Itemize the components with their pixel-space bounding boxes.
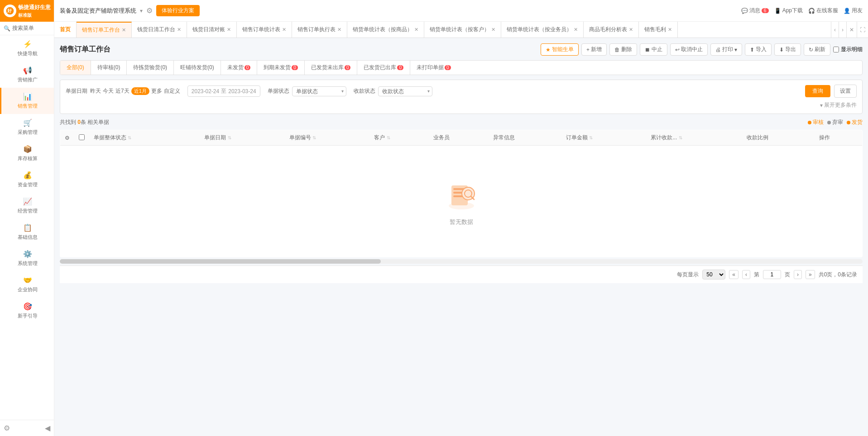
collapse-icon[interactable]: ◀: [45, 424, 50, 432]
filter-tab-all[interactable]: 全部(0): [60, 61, 91, 75]
sidebar-item-guide[interactable]: 🎯 新手引导: [0, 298, 54, 324]
tab-sales-more[interactable]: 销售毛利 ✕: [639, 22, 678, 38]
stop-btn[interactable]: ⏹ 中止: [640, 43, 667, 56]
first-page-btn[interactable]: «: [729, 270, 739, 279]
filter-tab-pending-review[interactable]: 待审核(0): [91, 61, 127, 75]
tab-summary-customer[interactable]: 销货单统计表（按客户） ✕: [424, 22, 501, 38]
sidebar-item-system[interactable]: ⚙️ 系统管理: [0, 245, 54, 271]
tab-product-margin-close[interactable]: ✕: [629, 27, 633, 33]
add-btn[interactable]: + 新增: [581, 43, 607, 56]
th-abnormal[interactable]: 异常信息: [489, 130, 561, 146]
th-cumulative[interactable]: 累计收款... ⇅: [646, 130, 742, 146]
page-input[interactable]: [763, 270, 781, 279]
sidebar-item-inventory[interactable]: 📦 库存核算: [0, 140, 54, 166]
sidebar-item-sales[interactable]: 📊 销售管理: [0, 88, 54, 114]
sidebar-item-purchase[interactable]: 🛒 采购管理: [0, 114, 54, 140]
filter-tab-shipped-out[interactable]: 已发货已出库0: [357, 61, 410, 75]
filter-tab-overdue[interactable]: 到期未发货0: [257, 61, 305, 75]
prev-page-btn[interactable]: ‹: [742, 270, 750, 279]
print-btn[interactable]: 🖨 打印 ▾: [710, 43, 742, 56]
th-doc-date[interactable]: 单据日期 ⇅: [200, 130, 284, 146]
show-detail-checkbox[interactable]: [833, 47, 839, 52]
dropdown-icon[interactable]: ▾: [140, 8, 143, 14]
tabs-close-all[interactable]: ✕: [846, 22, 857, 38]
settings-icon[interactable]: ⚙: [4, 424, 10, 432]
th-operation[interactable]: 操作: [815, 130, 862, 146]
tab-sales-stat-close[interactable]: ✕: [282, 27, 286, 33]
th-staff[interactable]: 业务员: [429, 130, 489, 146]
smart-order-btn[interactable]: ★ 智能生单: [541, 43, 579, 56]
tab-sales-exec-close[interactable]: ✕: [337, 27, 341, 33]
filter-tab-shipped-not-out[interactable]: 已发货未出库0: [305, 61, 358, 75]
cancel-stop-btn[interactable]: ↩ 取消中止: [670, 43, 708, 56]
tab-summary-staff[interactable]: 销货单统计表（按业务员） ✕: [501, 22, 584, 38]
export-btn[interactable]: ⬇ 导出: [774, 43, 801, 56]
set-btn[interactable]: 设置: [834, 85, 857, 98]
tab-cash-reconcile[interactable]: 钱货日清对账 ✕: [187, 22, 237, 38]
sidebar-item-quick-nav[interactable]: ⚡ 快捷导航: [0, 35, 54, 62]
date-7days[interactable]: 近7天: [115, 87, 129, 95]
ship-btn[interactable]: 发货: [847, 118, 863, 126]
th-settings[interactable]: ⚙: [60, 130, 75, 146]
th-doc-number[interactable]: 单据编号 ⇅: [285, 130, 369, 146]
sidebar-item-marketing[interactable]: 📢 营销推广: [0, 62, 54, 88]
delete-btn[interactable]: 🗑 删除: [609, 43, 637, 56]
sidebar-item-finance[interactable]: 💰 资金管理: [0, 166, 54, 193]
tab-sales-workbench[interactable]: 销售订单工作台 ✕: [77, 22, 132, 38]
last-page-btn[interactable]: »: [806, 270, 815, 279]
filter-tab-not-shipped[interactable]: 未发货0: [221, 61, 258, 75]
tab-cash-reconcile-close[interactable]: ✕: [227, 27, 231, 33]
tab-cash-daily-close[interactable]: ✕: [177, 27, 181, 33]
tab-summary-customer-close[interactable]: ✕: [491, 27, 495, 33]
date-more[interactable]: 更多: [151, 87, 162, 95]
message-btn[interactable]: 💬 消息 6: [741, 7, 769, 14]
horizontal-scrollbar[interactable]: [60, 259, 863, 264]
scrollbar-thumb[interactable]: [60, 259, 381, 264]
online-service-btn[interactable]: 🎧 在线客服: [808, 7, 838, 14]
th-payment-ratio[interactable]: 收款比例: [742, 130, 815, 146]
query-btn[interactable]: 查询: [805, 85, 830, 97]
tab-cash-daily[interactable]: 钱货日清工作台 ✕: [132, 22, 187, 38]
sidebar-item-search[interactable]: 🔍 搜索菜单: [0, 22, 54, 35]
date-today[interactable]: 今天: [103, 87, 114, 95]
tab-sales-workbench-close[interactable]: ✕: [122, 27, 126, 33]
date-yesterday[interactable]: 昨天: [90, 87, 101, 95]
th-order-amount[interactable]: 订单金额 ⇅: [561, 130, 646, 146]
sidebar-item-enterprise[interactable]: 🤝 企业协同: [0, 271, 54, 298]
date-1month[interactable]: 近1月: [131, 87, 149, 95]
tab-summary-product-close[interactable]: ✕: [414, 27, 418, 33]
tabs-maximize[interactable]: ⛶: [857, 22, 868, 38]
payment-select[interactable]: 收款状态: [378, 86, 432, 96]
import-btn[interactable]: ⬆ 导入: [745, 43, 772, 56]
filter-tab-not-printed[interactable]: 未打印单据0: [410, 61, 457, 75]
tab-sales-more-close[interactable]: ✕: [668, 27, 672, 33]
show-detail-toggle[interactable]: 显示明细: [833, 46, 863, 53]
user-btn[interactable]: 👤 用友: [844, 7, 863, 14]
tab-sales-exec[interactable]: 销售订单执行表 ✕: [292, 22, 347, 38]
industry-btn[interactable]: 体验行业方案: [156, 5, 200, 16]
refresh-btn[interactable]: ↻ 刷新: [804, 43, 830, 56]
th-doc-status[interactable]: 单据整体状态 ⇅: [89, 130, 200, 146]
select-all-checkbox[interactable]: [79, 134, 85, 140]
tab-home[interactable]: 首页: [54, 22, 77, 38]
tab-summary-product[interactable]: 销货单统计表（按商品） ✕: [347, 22, 424, 38]
review-btn[interactable]: 审核: [808, 118, 824, 126]
th-customer[interactable]: 客户 ⇅: [369, 130, 429, 146]
topbar-gear-icon[interactable]: ⚙: [146, 6, 153, 15]
expand-btn[interactable]: ▾ 展开更多条件: [820, 101, 857, 109]
status-select[interactable]: 单据状态: [292, 86, 346, 96]
tabs-scroll-prev[interactable]: ‹: [831, 22, 839, 38]
date-range-display[interactable]: 2023-02-24 至 2023-03-24: [187, 85, 260, 97]
app-download-btn[interactable]: 📱 App下载: [774, 7, 803, 14]
sidebar-item-operations[interactable]: 📈 经营管理: [0, 193, 54, 219]
next-page-btn[interactable]: ›: [794, 270, 802, 279]
date-custom[interactable]: 自定义: [164, 87, 180, 95]
tab-product-margin[interactable]: 商品毛利分析表 ✕: [584, 22, 639, 38]
tab-sales-stat[interactable]: 销售订单统计表 ✕: [237, 22, 292, 38]
tab-summary-staff-close[interactable]: ✕: [574, 27, 578, 33]
page-size-select[interactable]: 50 100 200: [702, 270, 725, 280]
filter-tab-pending-inspect[interactable]: 待拣货验货(0): [127, 61, 174, 75]
sidebar-item-basic-info[interactable]: 📋 基础信息: [0, 219, 54, 245]
th-checkbox[interactable]: [74, 130, 89, 146]
tabs-scroll-next[interactable]: ›: [839, 22, 846, 38]
